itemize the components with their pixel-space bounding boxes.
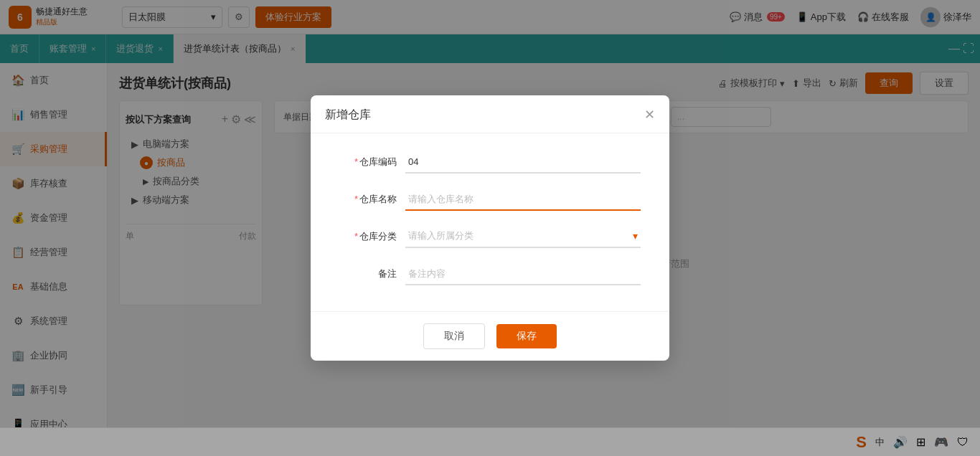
modal-header: 新增仓库 ✕ (311, 95, 669, 133)
warehouse-category-select[interactable]: 请输入所属分类 ▾ (405, 225, 641, 248)
modal-footer: 取消 保存 (311, 311, 669, 361)
modal-add-warehouse: 新增仓库 ✕ 仓库编码 仓库名称 仓库分类 请输入所属分类 ▾ (311, 95, 669, 361)
category-dropdown-icon: ▾ (633, 230, 638, 242)
warehouse-name-input[interactable] (405, 188, 641, 211)
warehouse-code-input[interactable] (405, 151, 641, 174)
warehouse-name-label: 仓库名称 (339, 193, 397, 206)
save-button[interactable]: 保存 (496, 324, 557, 348)
remark-label: 备注 (339, 267, 397, 280)
modal-body: 仓库编码 仓库名称 仓库分类 请输入所属分类 ▾ 备注 (311, 133, 669, 311)
remark-input[interactable] (405, 262, 641, 285)
remark-row: 备注 (339, 262, 641, 285)
modal-overlay: 新增仓库 ✕ 仓库编码 仓库名称 仓库分类 请输入所属分类 ▾ (0, 0, 980, 456)
warehouse-name-row: 仓库名称 (339, 188, 641, 211)
warehouse-category-row: 仓库分类 请输入所属分类 ▾ (339, 225, 641, 248)
warehouse-code-label: 仓库编码 (339, 156, 397, 168)
warehouse-category-label: 仓库分类 (339, 230, 397, 243)
modal-title: 新增仓库 (325, 108, 371, 123)
warehouse-category-placeholder: 请输入所属分类 (408, 229, 473, 242)
warehouse-code-row: 仓库编码 (339, 151, 641, 174)
modal-close-button[interactable]: ✕ (644, 107, 655, 123)
cancel-button[interactable]: 取消 (423, 323, 485, 349)
